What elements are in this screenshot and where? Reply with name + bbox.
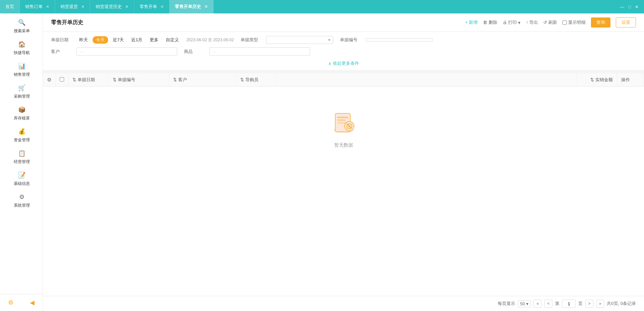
date-option-1month[interactable]: 近1月 (129, 36, 145, 44)
refresh-button[interactable]: ↺ 刷新 (543, 19, 557, 25)
sidebar-collapse-btn[interactable]: ◀ (28, 297, 37, 308)
sidebar-item-ops[interactable]: 📋 经营管理 (0, 146, 43, 167)
sidebar-bottom: ⚙ ◀ (0, 294, 43, 311)
sidebar-item-system[interactable]: ⚙ 系统管理 (0, 189, 43, 211)
ops-icon: 📋 (18, 150, 26, 157)
tab-sales-order[interactable]: 销售订单 ✕ (20, 0, 55, 13)
sidebar-item-purchase[interactable]: 🛒 采购管理 (0, 80, 43, 102)
sort-customer-icon[interactable]: ⇅ (173, 77, 177, 82)
col-order-no: ⇅ 单据编号 (109, 73, 169, 87)
tab-sales-return-history[interactable]: 销货退货历史 ✕ (90, 0, 134, 13)
print-button[interactable]: 🖨 打印 ▾ (503, 19, 521, 25)
close-btn[interactable]: ✕ (635, 4, 639, 9)
first-page-btn[interactable]: « (534, 300, 542, 308)
date-option-more[interactable]: 更多 (147, 36, 161, 44)
sort-date-icon[interactable]: ⇅ (72, 77, 76, 82)
order-no-input[interactable] (365, 38, 433, 42)
display-detail-checkbox[interactable] (562, 20, 567, 25)
tab-retail-open-close[interactable]: ✕ (160, 4, 164, 9)
sidebar-item-basic[interactable]: 📝 基础信息 (0, 167, 43, 189)
per-page-arrow: ▾ (526, 301, 529, 306)
customer-filter-label: 客户 (51, 49, 70, 55)
col-date: ⇅ 单据日期 (68, 73, 109, 87)
filter-area: 单据日期 昨天 今天 近7天 近1月 更多 自定义 2023-06-02 至 2… (43, 32, 644, 71)
sidebar-item-finance[interactable]: 💰 资金管理 (0, 124, 43, 146)
empty-state: 暂无数据 (43, 87, 644, 175)
query-button[interactable]: 查询 (591, 17, 610, 28)
tab-retail-history[interactable]: 零售开单历史 ✕ (169, 0, 213, 13)
svg-rect-4 (337, 122, 347, 123)
sidebar-item-nav-label: 快捷导航 (14, 50, 30, 56)
date-options: 昨天 今天 近7天 近1月 更多 自定义 2023-06-02 至 2023-0… (77, 36, 234, 44)
current-page-input[interactable] (562, 300, 576, 308)
sidebar-item-sales[interactable]: 📊 销售管理 (0, 58, 43, 80)
date-option-7days[interactable]: 近7天 (110, 36, 127, 44)
table-settings-icon[interactable]: ⚙ (47, 77, 51, 83)
tab-sales-return[interactable]: 销货退货 ✕ (55, 0, 90, 13)
sidebar-settings-btn[interactable]: ⚙ (6, 297, 15, 308)
filter-row-2: 客户 ··· 商品 ··· (51, 47, 636, 56)
date-option-custom[interactable]: 自定义 (163, 36, 182, 44)
tab-sales-return-history-close[interactable]: ✕ (125, 4, 129, 9)
export-button[interactable]: ↑ 导出 (526, 19, 538, 25)
tab-retail-open-label: 零售开单 (140, 4, 157, 10)
print-arrow-icon: ▾ (518, 20, 521, 25)
prev-page-btn[interactable]: < (544, 300, 552, 308)
col-guide: ⇅ 导购员 (236, 73, 277, 87)
main-layout: 🔍 搜索采单 🏠 快捷导航 📊 销售管理 🛒 采购管理 📦 库存核算 💰 资金管… (0, 13, 644, 311)
page-label-after: 页 (578, 301, 583, 307)
empty-text: 暂无数据 (334, 142, 353, 148)
last-page-btn[interactable]: » (596, 300, 604, 308)
maximize-btn[interactable]: □ (628, 4, 631, 9)
sidebar-item-basic-label: 基础信息 (14, 181, 30, 187)
type-select[interactable]: ▾ (266, 36, 333, 44)
tab-sales-return-close[interactable]: ✕ (81, 4, 85, 9)
col-customer-label: 客户 (178, 77, 187, 82)
date-option-today[interactable]: 今天 (93, 36, 108, 44)
tab-retail-open[interactable]: 零售开单 ✕ (134, 0, 169, 13)
customer-dots: ··· (80, 49, 83, 54)
search-icon: 🔍 (18, 19, 26, 26)
page-size-select[interactable]: 50 ▾ (518, 300, 531, 307)
inventory-icon: 📦 (18, 106, 26, 113)
date-option-yesterday[interactable]: 昨天 (77, 36, 91, 44)
data-table: ⚙ ⇅ 单据日期 ⇅ 单据编号 (43, 73, 644, 87)
delete-button[interactable]: 🗑 删除 (483, 19, 497, 25)
sidebar-item-inventory[interactable]: 📦 库存核算 (0, 102, 43, 124)
goods-select[interactable]: ··· (209, 47, 310, 56)
sort-guide-icon[interactable]: ⇅ (240, 77, 244, 82)
tab-retail-history-close[interactable]: ✕ (204, 4, 208, 9)
tab-sales-order-close[interactable]: ✕ (46, 4, 49, 9)
collapse-label: 收起更多条件 (333, 60, 359, 66)
sidebar-item-search[interactable]: 🔍 搜索采单 (0, 15, 43, 37)
next-page-btn[interactable]: > (585, 300, 593, 308)
sidebar-item-nav[interactable]: 🏠 快捷导航 (0, 37, 43, 58)
per-page-value: 50 (520, 301, 525, 306)
collapse-icon: ∧ (328, 61, 332, 66)
select-all-checkbox[interactable] (60, 77, 64, 82)
col-guide-label: 导购员 (245, 77, 258, 82)
col-amount-label: 实销金额 (595, 77, 613, 82)
type-dropdown-icon: ▾ (328, 38, 330, 42)
top-bar: 首页 销售订单 ✕ 销货退货 ✕ 销货退货历史 ✕ 零售开单 ✕ 零售开单历史 … (0, 0, 644, 13)
customer-select[interactable]: ··· (77, 47, 177, 56)
filter-row-1: 单据日期 昨天 今天 近7天 近1月 更多 自定义 2023-06-02 至 2… (51, 36, 636, 44)
col-spacer (277, 73, 577, 87)
page-header: 零售开单历史 + 新增 🗑 删除 🖨 打印 ▾ ↑ 导出 ↺ 刷新 显示明细 查… (43, 13, 644, 32)
sort-amount-icon[interactable]: ⇅ (590, 77, 594, 82)
per-page-label: 每页显示 (498, 301, 515, 307)
tab-home[interactable]: 首页 (0, 0, 20, 13)
table-header-row: ⚙ ⇅ 单据日期 ⇅ 单据编号 (43, 73, 644, 87)
sort-order-no-icon[interactable]: ⇅ (113, 77, 116, 82)
display-detail-wrapper[interactable]: 显示明细 (562, 19, 586, 25)
home-icon: 🏠 (18, 41, 26, 48)
add-button[interactable]: + 新增 (465, 19, 478, 25)
order-no-filter-label: 单据编号 (340, 37, 359, 43)
table-area: ⚙ ⇅ 单据日期 ⇅ 单据编号 (43, 73, 644, 296)
page-label-before: 第 (555, 301, 559, 307)
collapse-button[interactable]: ∧ 收起更多条件 (51, 59, 636, 68)
settings-button[interactable]: 设置 (616, 17, 636, 28)
col-amount: ⇅ 实销金额 (577, 73, 617, 87)
tab-sales-return-history-label: 销货退货历史 (96, 4, 122, 10)
minimize-btn[interactable]: — (620, 4, 624, 9)
